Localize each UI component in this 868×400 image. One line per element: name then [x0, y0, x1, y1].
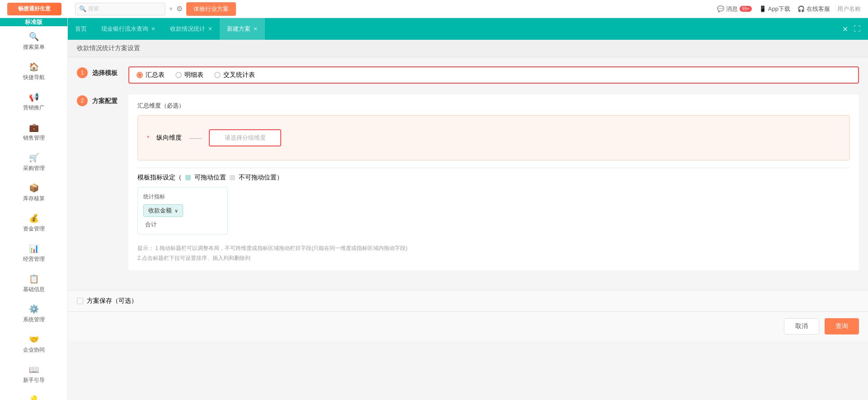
- tip-1: 提示： 1.拖动标题栏可以调整布局，不可跨维度或指标区域拖动栏目字段(只能在同一…: [137, 244, 850, 254]
- sidebar: 标准版 🔍 搜索菜单 🏠 快捷导航 📢 营销推广 💼 销售管理 🛒 采购管理: [0, 18, 68, 400]
- guide-icon: 📖: [29, 365, 39, 375]
- sidebar-item-label: 营销推广: [23, 104, 45, 112]
- dimension-select[interactable]: 请选择分组维度: [209, 129, 281, 146]
- required-star: *: [147, 134, 149, 141]
- sidebar-logo: 标准版: [0, 18, 67, 26]
- movable-label: 可拖动位置: [194, 174, 226, 182]
- tab-home[interactable]: 首页: [68, 18, 94, 40]
- sidebar-item-management[interactable]: 📊 经营管理: [0, 238, 67, 268]
- tab-cashflow[interactable]: 现金银行流水查询 ✕: [94, 18, 163, 40]
- download-action[interactable]: 📱 App下载: [759, 5, 790, 13]
- radio-cross[interactable]: 交叉统计表: [214, 71, 255, 79]
- stats-tag[interactable]: 收款金额 ∨: [143, 204, 183, 217]
- page-header-title: 收款情况统计方案设置: [77, 44, 140, 52]
- cancel-button[interactable]: 取消: [784, 318, 819, 334]
- arrow-connector: ——: [189, 134, 202, 141]
- sidebar-item-search[interactable]: 🔍 搜索菜单: [0, 26, 67, 56]
- purchase-icon: 🛒: [29, 153, 39, 163]
- window-close-icon[interactable]: ✕: [842, 25, 848, 33]
- logo-area: 畅捷通好生意: [7, 3, 75, 15]
- trial-button[interactable]: 体验行业方案: [186, 2, 236, 16]
- radio-detail-label: 明细表: [184, 71, 203, 79]
- tab-cashflow-label: 现金银行流水查询: [101, 25, 148, 33]
- sidebar-item-home[interactable]: 🏠 快捷导航: [0, 56, 67, 87]
- sidebar-item-basic[interactable]: 📋 基础信息: [0, 268, 67, 299]
- dropdown-icon[interactable]: ▾: [169, 5, 173, 13]
- sidebar-item-guide[interactable]: 📖 新手引导: [0, 359, 67, 390]
- stats-tag-label: 收款金额: [148, 207, 172, 215]
- message-action[interactable]: 💬 消息 99+: [717, 5, 752, 13]
- download-icon: 📱: [759, 5, 766, 12]
- sidebar-item-purchase[interactable]: 🛒 采购管理: [0, 147, 67, 178]
- management-icon: 📊: [29, 244, 39, 254]
- tab-receipts-close[interactable]: ✕: [208, 26, 212, 32]
- template-options: 汇总表 明细表 交叉统计表: [128, 66, 859, 84]
- sidebar-item-label: 企业协同: [23, 346, 45, 354]
- tab-bar-right: ✕ ⛶: [842, 25, 868, 33]
- tab-cashflow-close[interactable]: ✕: [151, 26, 156, 32]
- save-checkbox[interactable]: [77, 298, 83, 304]
- search-icon: 🔍: [79, 5, 86, 12]
- section2: 2 方案配置 汇总维度（必选） * 纵向维度: [77, 94, 859, 270]
- logo: 畅捷通好生意: [7, 3, 61, 15]
- radio-detail-circle: [175, 72, 182, 78]
- sidebar-item-inventory[interactable]: 📦 库存核算: [0, 178, 67, 208]
- main-content: 收款情况统计方案设置 1 选择模板: [68, 40, 868, 400]
- service-action[interactable]: 🎧 在线客服: [797, 5, 830, 13]
- radio-summary-circle: [137, 72, 143, 78]
- logo-text: 畅捷通好生意: [18, 5, 51, 13]
- sidebar-item-label: 资金管理: [23, 225, 45, 233]
- tab-bar: 首页 现金银行流水查询 ✕ 收款情况统计 ✕ 新建方案 ✕ ✕ ⛶: [68, 18, 868, 40]
- sales-icon: 💼: [29, 122, 39, 132]
- dimension-placeholder: 请选择分组维度: [225, 134, 266, 142]
- message-label: 消息: [726, 5, 738, 13]
- tips-section: 提示： 1.拖动标题栏可以调整布局，不可跨维度或指标区域拖动栏目字段(只能在同一…: [137, 244, 850, 263]
- search-menu-icon: 🔍: [29, 32, 39, 42]
- sidebar-item-hardware[interactable]: 💡 智能硬件: [0, 390, 67, 400]
- gear-icon[interactable]: ⚙: [176, 5, 183, 13]
- marketing-icon: 📢: [29, 92, 39, 102]
- tip-2: 2.点击标题栏下拉可设置排序、插入列和删除列: [137, 254, 850, 264]
- page-body: 1 选择模板 汇总表: [68, 57, 868, 290]
- indicator-title: 模板指标设定（: [137, 174, 182, 182]
- stats-section-title: 统计指标: [143, 193, 222, 201]
- radio-detail[interactable]: 明细表: [175, 71, 203, 79]
- top-actions: 💬 消息 99+ 📱 App下载 🎧 在线客服 用户名称: [717, 5, 861, 13]
- radio-summary-inner: [138, 73, 142, 77]
- sidebar-item-label: 新手引导: [23, 376, 45, 384]
- section1-number: 1: [77, 67, 88, 78]
- stats-subtotal: 合计: [143, 221, 222, 229]
- non-movable-label: 不可拖动位置）: [239, 174, 283, 182]
- window-max-icon[interactable]: ⛶: [854, 25, 861, 33]
- tab-new-plan[interactable]: 新建方案 ✕: [220, 18, 265, 40]
- vertical-label: 纵向维度: [156, 134, 182, 142]
- sidebar-item-system[interactable]: ⚙️ 系统管理: [0, 299, 67, 329]
- sidebar-item-marketing[interactable]: 📢 营销推广: [0, 87, 67, 117]
- save-label: 方案保存（可选）: [87, 297, 137, 305]
- tab-receipts[interactable]: 收款情况统计 ✕: [163, 18, 220, 40]
- query-button[interactable]: 查询: [825, 318, 859, 334]
- dimension-area: * 纵向维度 —— 请选择分组维度: [137, 115, 850, 160]
- system-icon: ⚙️: [29, 304, 39, 314]
- sidebar-item-enterprise[interactable]: 🤝 企业协同: [0, 329, 67, 359]
- section2-content: 汇总维度（必选） * 纵向维度 —— 请选择分组维度: [128, 94, 859, 270]
- user-name: 用户名称: [837, 5, 861, 13]
- section2-number: 2: [77, 95, 88, 106]
- tab-new-plan-label: 新建方案: [227, 25, 250, 33]
- search-placeholder: 搜索: [88, 5, 99, 13]
- enterprise-icon: 🤝: [29, 334, 39, 344]
- radio-summary[interactable]: 汇总表: [137, 71, 165, 79]
- movable-dot: [185, 175, 191, 180]
- sidebar-item-finance[interactable]: 💰 资金管理: [0, 208, 67, 238]
- radio-cross-label: 交叉统计表: [223, 71, 255, 79]
- tab-new-plan-close[interactable]: ✕: [253, 26, 258, 32]
- sidebar-item-label: 搜索菜单: [23, 43, 45, 51]
- sidebar-item-label: 快捷导航: [23, 74, 45, 81]
- download-label: App下载: [768, 5, 790, 13]
- divider: [137, 168, 850, 168]
- section1: 1 选择模板 汇总表: [77, 66, 859, 84]
- search-box[interactable]: 🔍 搜索: [75, 3, 165, 15]
- hardware-icon: 💡: [29, 395, 39, 400]
- finance-icon: 💰: [29, 213, 39, 223]
- sidebar-item-sales[interactable]: 💼 销售管理: [0, 117, 67, 147]
